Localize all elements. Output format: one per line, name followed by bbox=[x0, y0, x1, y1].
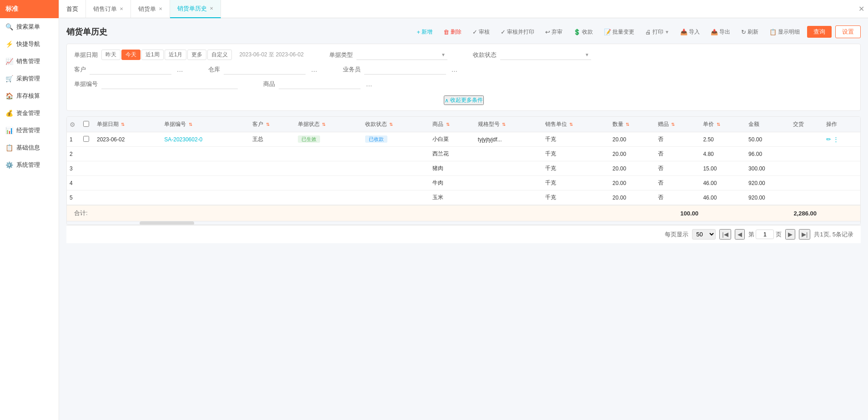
goods-input[interactable] bbox=[279, 79, 361, 89]
show-detail-button[interactable]: 📋 显示明细 bbox=[766, 26, 803, 38]
abandon-button[interactable]: ↩ 弃审 bbox=[542, 26, 566, 38]
table-row[interactable]: 5玉米千克20.00否46.00920.00 bbox=[67, 190, 860, 205]
sidebar-item-label: 系统管理 bbox=[16, 161, 40, 169]
page-size-select[interactable]: 50 100 200 bbox=[692, 229, 716, 240]
table-row[interactable]: 12023-06-02SA-20230602-0王总已生效已收款小白菜tyjyj… bbox=[67, 132, 860, 147]
first-page-button[interactable]: |◀ bbox=[719, 229, 731, 240]
salesperson-input[interactable] bbox=[364, 65, 446, 75]
sidebar-item-search-menu[interactable]: 🔍 搜索菜单 bbox=[0, 18, 59, 35]
horizontal-scrollbar[interactable] bbox=[67, 221, 860, 225]
th-customer[interactable]: 客户 ⇅ bbox=[250, 117, 295, 132]
table-header-row: ⚙ 单据日期 ⇅ 单据编号 ⇅ bbox=[67, 117, 860, 132]
sidebar-item-inventory[interactable]: 🏠 库存核算 bbox=[0, 87, 59, 105]
collapse-button[interactable]: ∧ 收起更多条件 bbox=[444, 95, 484, 105]
row-checkbox[interactable] bbox=[83, 136, 89, 142]
sidebar-item-base-info[interactable]: 📋 基础信息 bbox=[0, 139, 59, 156]
refresh-button[interactable]: ↻ 刷新 bbox=[738, 26, 762, 38]
th-doc-date[interactable]: 单据日期 ⇅ bbox=[94, 117, 161, 132]
delete-button[interactable]: 🗑 删除 bbox=[440, 26, 465, 38]
collapse-row: ∧ 收起更多条件 bbox=[74, 94, 853, 105]
sidebar-item-sales-mgmt[interactable]: 📈 销售管理 bbox=[0, 53, 59, 70]
th-doc-number[interactable]: 单据编号 ⇅ bbox=[161, 117, 250, 132]
batch-change-button[interactable]: 📝 批量变更 bbox=[600, 26, 638, 38]
filter-area: 单据日期 昨天 今天 近1周 近1月 更多 自定义 2023-06-02 至 2… bbox=[66, 44, 861, 111]
add-icon: + bbox=[417, 29, 421, 35]
page-number-input[interactable] bbox=[756, 230, 774, 239]
goods-select-icon[interactable]: ... bbox=[366, 80, 372, 88]
customer-input[interactable] bbox=[90, 65, 171, 75]
customer-select-icon[interactable]: ... bbox=[177, 65, 183, 74]
cell-goods: 西兰花 bbox=[430, 147, 475, 161]
table-row[interactable]: 2西兰花千克20.00否4.8096.00 bbox=[67, 147, 860, 161]
date-btn-today[interactable]: 今天 bbox=[121, 50, 140, 60]
table-row[interactable]: 4牛肉千克20.00否46.00920.00 bbox=[67, 176, 860, 190]
sidebar-item-sys-mgmt[interactable]: ⚙️ 系统管理 bbox=[0, 156, 59, 174]
prev-page-button[interactable]: ◀ bbox=[735, 229, 745, 240]
review-button[interactable]: ✓ 审核 bbox=[469, 26, 493, 38]
date-btn-last1m[interactable]: 近1月 bbox=[165, 50, 187, 60]
th-spec-type[interactable]: 规格型号 ⇅ bbox=[475, 117, 542, 132]
tab-bar-close[interactable]: ✕ bbox=[858, 5, 868, 13]
payment-status-input[interactable] bbox=[502, 51, 585, 58]
scrollbar-thumb[interactable] bbox=[140, 221, 194, 225]
tab-sales-delivery-label: 销货单 bbox=[138, 5, 156, 13]
review-print-button[interactable]: ✓ 审核并打印 bbox=[497, 26, 538, 38]
cell-doc-date: 2023-06-02 bbox=[94, 132, 161, 147]
cell-transaction bbox=[790, 176, 823, 190]
payment-status-select[interactable]: ▼ bbox=[500, 50, 591, 60]
print-button[interactable]: 🖨 打印 ▼ bbox=[642, 26, 673, 38]
cell-checkbox[interactable] bbox=[80, 176, 94, 190]
tab-sales-history[interactable]: 销货单历史 ✕ bbox=[170, 0, 221, 18]
th-sales-unit[interactable]: 销售单位 ⇅ bbox=[542, 117, 610, 132]
date-btn-yesterday[interactable]: 昨天 bbox=[101, 50, 120, 60]
th-settings[interactable]: ⚙ bbox=[67, 117, 80, 132]
sidebar-item-quick-nav[interactable]: ⚡ 快捷导航 bbox=[0, 35, 59, 53]
sidebar-item-finance[interactable]: 💰 资金管理 bbox=[0, 105, 59, 122]
edit-icon[interactable]: ✏ bbox=[826, 136, 831, 143]
page-label-before: 第 bbox=[748, 231, 754, 238]
doc-number-link[interactable]: SA-20230602-0 bbox=[164, 136, 202, 143]
date-btn-more[interactable]: 更多 bbox=[187, 50, 206, 60]
date-btn-custom[interactable]: 自定义 bbox=[207, 50, 232, 60]
doctype-input[interactable] bbox=[358, 51, 441, 58]
settings-button[interactable]: 设置 bbox=[835, 25, 861, 38]
tab-sales-delivery[interactable]: 销货单 ✕ bbox=[131, 0, 170, 18]
table-settings-icon[interactable]: ⚙ bbox=[70, 121, 75, 128]
th-unit-price[interactable]: 单价 ⇅ bbox=[700, 117, 746, 132]
tab-sales-history-close[interactable]: ✕ bbox=[210, 6, 213, 11]
cell-checkbox[interactable] bbox=[80, 132, 94, 147]
warehouse-select-icon[interactable]: ... bbox=[311, 65, 317, 74]
doc-date-sort-icon: ⇅ bbox=[121, 122, 125, 127]
more-icon[interactable]: ⋮ bbox=[833, 136, 839, 143]
tab-sales-order-close[interactable]: ✕ bbox=[120, 6, 123, 11]
th-gift[interactable]: 赠品 ⇅ bbox=[655, 117, 701, 132]
inventory-icon: 🏠 bbox=[5, 92, 13, 100]
th-payment-status[interactable]: 收款状态 ⇅ bbox=[362, 117, 430, 132]
next-page-button[interactable]: ▶ bbox=[785, 229, 795, 240]
query-button[interactable]: 查询 bbox=[807, 26, 832, 38]
export-button[interactable]: 📤 导出 bbox=[707, 26, 734, 38]
tab-sales-order[interactable]: 销售订单 ✕ bbox=[86, 0, 131, 18]
cell-doc-status bbox=[295, 147, 362, 161]
doctype-select[interactable]: ▼ bbox=[356, 50, 447, 60]
sidebar-item-purchase-mgmt[interactable]: 🛒 采购管理 bbox=[0, 70, 59, 87]
add-button[interactable]: + 新增 bbox=[413, 26, 437, 38]
import-button[interactable]: 📥 导入 bbox=[677, 26, 703, 38]
th-doc-status[interactable]: 单据状态 ⇅ bbox=[295, 117, 362, 132]
select-all-checkbox[interactable] bbox=[83, 121, 89, 127]
warehouse-input[interactable] bbox=[224, 65, 306, 75]
table-row[interactable]: 3猪肉千克20.00否15.00300.00 bbox=[67, 161, 860, 176]
sidebar-item-ops-mgmt[interactable]: 📊 经营管理 bbox=[0, 122, 59, 139]
date-btn-last7[interactable]: 近1周 bbox=[141, 50, 164, 60]
tab-sales-delivery-close[interactable]: ✕ bbox=[159, 6, 162, 11]
tab-home[interactable]: 首页 bbox=[59, 0, 86, 18]
salesperson-select-icon[interactable]: ... bbox=[452, 65, 457, 74]
cell-checkbox[interactable] bbox=[80, 161, 94, 176]
th-goods[interactable]: 商品 ⇅ bbox=[430, 117, 475, 132]
collect-button[interactable]: 💲 收款 bbox=[570, 26, 597, 38]
th-quantity[interactable]: 数量 ⇅ bbox=[610, 117, 655, 132]
last-page-button[interactable]: ▶| bbox=[799, 229, 810, 240]
docnumber-input[interactable] bbox=[101, 79, 238, 89]
cell-checkbox[interactable] bbox=[80, 147, 94, 161]
cell-checkbox[interactable] bbox=[80, 190, 94, 205]
